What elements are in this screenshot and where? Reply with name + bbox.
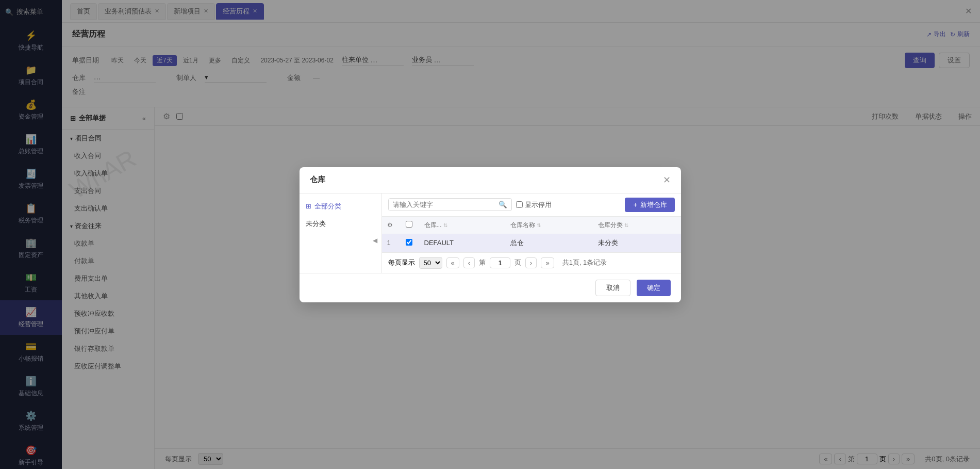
show-disabled-label: 显示停用	[516, 200, 552, 209]
row-num: 1	[387, 239, 391, 247]
modal-last-page-btn[interactable]: »	[541, 257, 554, 268]
row-name-cell: 总仓	[505, 234, 593, 252]
modal-collapse-btn[interactable]: ◀	[371, 235, 379, 246]
modal-left-panel: ⊞ 全部分类 未分类 ◀	[300, 193, 382, 273]
modal-search-input[interactable]	[389, 199, 494, 211]
gear-icon[interactable]: ⚙	[387, 221, 393, 229]
modal-next-page-btn[interactable]: ›	[525, 257, 537, 268]
row-category-cell: 未分类	[593, 234, 680, 252]
row-checkbox-cell	[401, 234, 419, 252]
th-category: 仓库分类 ⇅	[593, 217, 680, 234]
modal-select-all-checkbox[interactable]	[406, 221, 412, 228]
th-settings: ⚙	[382, 217, 401, 234]
add-warehouse-button[interactable]: ＋ 新增仓库	[625, 198, 675, 212]
modal-table-wrap: ⚙ 仓库... ⇅	[382, 217, 681, 252]
warehouse-modal: 仓库 ✕ ⊞ 全部分类 未分类 ◀	[300, 167, 681, 302]
modal-page-label: 页	[514, 258, 521, 267]
table-row[interactable]: 1 DEFAULT 总仓 未分类	[382, 234, 681, 252]
th-category-label: 仓库分类	[598, 221, 623, 230]
modal-per-page-select[interactable]: 50	[419, 257, 442, 269]
show-disabled-checkbox[interactable]	[516, 201, 523, 208]
cancel-button[interactable]: 取消	[595, 280, 630, 296]
modal-right-panel: 🔍 显示停用 ＋ 新增仓库 ⚙	[382, 193, 681, 273]
modal-overlay[interactable]: 仓库 ✕ ⊞ 全部分类 未分类 ◀	[0, 0, 980, 469]
th-category-sort[interactable]: 仓库分类 ⇅	[598, 221, 675, 230]
sort-icon-name: ⇅	[537, 222, 541, 228]
th-checkbox	[401, 217, 419, 234]
modal-header: 仓库 ✕	[300, 167, 681, 193]
th-code-sort[interactable]: 仓库... ⇅	[424, 221, 500, 230]
th-code-label: 仓库...	[424, 221, 442, 230]
modal-page-input[interactable]	[490, 257, 510, 268]
modal-table: ⚙ 仓库... ⇅	[382, 217, 681, 252]
th-name: 仓库名称 ⇅	[505, 217, 593, 234]
modal-left-collapse-area: ◀	[300, 233, 381, 248]
modal-total-info: 共1页, 1条记录	[562, 258, 607, 267]
modal-uncategorized[interactable]: 未分类	[300, 215, 381, 233]
th-code: 仓库... ⇅	[419, 217, 505, 234]
modal-table-footer: 每页显示 50 « ‹ 第 页 › » 共1页, 1条记录	[382, 252, 681, 273]
th-name-label: 仓库名称	[510, 221, 535, 230]
modal-first-page-btn[interactable]: «	[446, 257, 459, 268]
modal-title: 仓库	[310, 175, 325, 185]
modal-search-button[interactable]: 🔍	[494, 199, 511, 211]
modal-page-label-pre: 第	[479, 258, 486, 267]
sort-icon-code: ⇅	[443, 222, 447, 228]
row-code-cell: DEFAULT	[419, 234, 505, 252]
modal-all-categories-label: 全部分类	[314, 202, 341, 211]
modal-prev-page-btn[interactable]: ‹	[463, 257, 475, 268]
show-disabled-text: 显示停用	[525, 200, 552, 209]
modal-footer: 取消 确定	[300, 273, 681, 302]
modal-toolbar: 🔍 显示停用 ＋ 新增仓库	[382, 193, 681, 217]
modal-search-wrap: 🔍	[388, 198, 512, 211]
sort-icon-category: ⇅	[624, 222, 628, 228]
modal-body: ⊞ 全部分类 未分类 ◀ 🔍 显示停用	[300, 193, 681, 273]
confirm-button[interactable]: 确定	[637, 280, 671, 296]
modal-table-header-row: ⚙ 仓库... ⇅	[382, 217, 681, 234]
modal-close-button[interactable]: ✕	[663, 174, 671, 186]
row-settings-cell: 1	[382, 234, 401, 252]
th-name-sort[interactable]: 仓库名称 ⇅	[510, 221, 588, 230]
modal-all-categories[interactable]: ⊞ 全部分类	[300, 198, 381, 215]
grid-icon-modal: ⊞	[306, 202, 311, 210]
modal-per-page-label: 每页显示	[388, 258, 415, 267]
row-checkbox[interactable]	[406, 239, 412, 246]
